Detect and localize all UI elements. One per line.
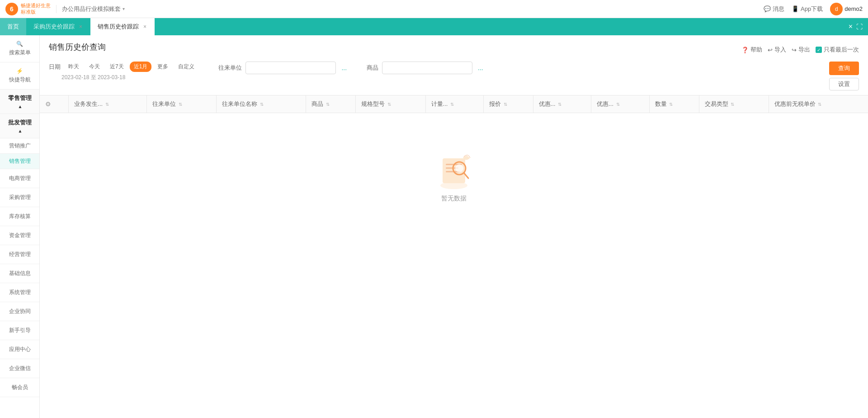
only-last-once-checkbox[interactable]: ✓ 只看最后一次 <box>816 46 859 54</box>
search-menu-label: 搜索菜单 <box>9 49 31 57</box>
sidebar-item-enterprise-wechat[interactable]: 企业微信 <box>0 359 39 378</box>
col-unit[interactable]: 计量... ⇅ <box>425 95 483 113</box>
wholesale-mgmt-label: 批发管理 <box>8 119 32 127</box>
col-spec[interactable]: 规格型号 ⇅ <box>356 95 425 113</box>
help-btn[interactable]: ❓ 帮助 <box>741 46 762 54</box>
col-discount2-label: 优惠... <box>597 100 613 107</box>
top-bar-right: 💬 消息 📱 App下载 d demo2 <box>764 3 863 15</box>
product-filter-group: 商品 ... <box>367 62 483 74</box>
date-btn-last7[interactable]: 近7天 <box>106 62 128 72</box>
col-discount2-sort: ⇅ <box>616 102 620 107</box>
counterpart-input[interactable] <box>245 62 336 74</box>
col-settings[interactable]: ⚙ <box>40 95 69 113</box>
sidebar-item-finance-mgmt[interactable]: 资金管理 <box>0 226 39 245</box>
col-trade-type[interactable]: 交易类型 ⇅ <box>699 95 769 113</box>
col-pre-tax-price-label: 优惠前无税单价 <box>774 100 816 107</box>
date-btn-more[interactable]: 更多 <box>153 62 172 72</box>
tab-home[interactable]: 首页 <box>0 18 26 35</box>
gear-icon[interactable]: ⚙ <box>45 100 51 108</box>
import-btn[interactable]: ↩ 导入 <box>768 46 786 54</box>
sidebar-item-search-menu[interactable]: 🔍 搜索菜单 <box>0 35 39 62</box>
logo-icon: 6 <box>5 3 18 15</box>
tab-sales-close[interactable]: × <box>142 23 147 31</box>
sidebar-item-app-center[interactable]: 应用中心 <box>0 340 39 359</box>
finance-mgmt-label: 资金管理 <box>9 232 31 239</box>
date-btn-custom[interactable]: 自定义 <box>174 62 198 72</box>
svg-point-6 <box>455 164 463 172</box>
col-biz-date[interactable]: 业务发生... ⇅ <box>69 95 147 113</box>
workspace-selector[interactable]: 办公用品行业模拟账套 ▾ <box>56 5 125 13</box>
window-maximize-btn[interactable]: ⛶ <box>856 23 863 30</box>
query-button[interactable]: 查询 <box>829 62 859 75</box>
filter-bar: 日期 昨天 今天 近7天 近1月 更多 自定义 2023-02-18 至 202… <box>49 62 859 90</box>
export-btn[interactable]: ↪ 导出 <box>792 46 810 54</box>
user-area[interactable]: d demo2 <box>830 3 863 15</box>
date-btn-today[interactable]: 今天 <box>85 62 104 72</box>
col-counterpart-name[interactable]: 往来单位名称 ⇅ <box>217 95 306 113</box>
tab-sales-history[interactable]: 销售历史价跟踪 × <box>90 18 155 35</box>
col-counterpart[interactable]: 往来单位 ⇅ <box>146 95 216 113</box>
empty-state-illustration <box>431 149 476 195</box>
message-action[interactable]: 💬 消息 <box>764 5 784 13</box>
sidebar-item-operations-mgmt[interactable]: 经营管理 <box>0 245 39 264</box>
sidebar-item-quick-nav[interactable]: ⚡ 快捷导航 <box>0 62 39 90</box>
wholesale-mgmt-arrow: ▲ <box>18 128 23 133</box>
sales-mgmt-label: 销售管理 <box>9 157 31 165</box>
date-btn-last1m[interactable]: 近1月 <box>130 62 152 72</box>
help-label: 帮助 <box>750 46 762 54</box>
col-pre-tax-price[interactable]: 优惠前无税单价 ⇅ <box>769 95 868 113</box>
sidebar-item-wholesale-mgmt[interactable]: 批发管理 ▲ <box>0 114 39 138</box>
date-buttons: 昨天 今天 近7天 近1月 更多 自定义 <box>64 62 198 72</box>
sidebar-item-enterprise-collab[interactable]: 企业协同 <box>0 302 39 321</box>
sidebar-item-system-settings[interactable]: 系统管理 <box>0 283 39 302</box>
col-discount1[interactable]: 优惠... ⇅ <box>533 95 591 113</box>
sidebar-item-inventory-check[interactable]: 库存核算 <box>0 207 39 226</box>
empty-state-cell: 暂无数据 <box>40 113 868 239</box>
product-input[interactable] <box>382 62 472 74</box>
col-discount2[interactable]: 优惠... ⇅ <box>591 95 649 113</box>
page-header: 销售历史价查询 ❓ 帮助 ↩ 导入 ↪ 导出 ✓ <box>40 35 868 95</box>
col-quote-sort: ⇅ <box>504 102 507 107</box>
logo-text: 畅捷通好生意 标准版 <box>21 3 51 14</box>
sidebar: 🔍 搜索菜单 ⚡ 快捷导航 零售管理 ▲ 批发管理 ▲ 营销推广 销售管理 电商… <box>0 35 40 418</box>
enterprise-wechat-label: 企业微信 <box>9 365 31 372</box>
sidebar-item-purchase-mgmt[interactable]: 采购管理 <box>0 188 39 207</box>
table-header: ⚙ 业务发生... ⇅ 往来单位 ⇅ 往来单位名称 ⇅ <box>40 95 868 113</box>
tab-home-label: 首页 <box>7 23 19 31</box>
col-trade-type-sort: ⇅ <box>731 102 734 107</box>
col-quantity[interactable]: 数量 ⇅ <box>649 95 699 113</box>
col-biz-date-label: 业务发生... <box>74 100 103 107</box>
col-trade-type-label: 交易类型 <box>705 100 728 107</box>
settings-button[interactable]: 设置 <box>829 78 859 90</box>
window-close-btn[interactable]: × <box>849 23 853 31</box>
sidebar-item-sales-mgmt[interactable]: 销售管理 <box>0 154 39 169</box>
tab-sales-history-label: 销售历史价跟踪 <box>98 23 139 31</box>
table-header-row: ⚙ 业务发生... ⇅ 往来单位 ⇅ 往来单位名称 ⇅ <box>40 95 868 113</box>
app-download-action[interactable]: 📱 App下载 <box>792 5 823 13</box>
app-download-label: App下载 <box>801 5 823 13</box>
col-product[interactable]: 商品 ⇅ <box>306 95 356 113</box>
col-discount1-sort: ⇅ <box>558 102 561 107</box>
col-product-label: 商品 <box>311 100 323 107</box>
sidebar-item-retail-mgmt[interactable]: 零售管理 ▲ <box>0 90 39 114</box>
sidebar-item-member-club[interactable]: 畅会员 <box>0 378 39 397</box>
search-menu-icon: 🔍 <box>16 41 23 47</box>
date-btn-yesterday[interactable]: 昨天 <box>64 62 83 72</box>
user-name: demo2 <box>844 5 863 12</box>
sidebar-item-marketing-promo[interactable]: 营销推广 <box>0 138 39 154</box>
counterpart-dots[interactable]: ... <box>341 64 347 71</box>
product-dots[interactable]: ... <box>478 64 483 71</box>
workspace-name: 办公用品行业模拟账套 <box>62 5 121 13</box>
tab-purchase-close[interactable]: × <box>78 23 83 31</box>
sidebar-item-ecommerce-mgmt[interactable]: 电商管理 <box>0 169 39 188</box>
tab-purchase-history-label: 采购历史价跟踪 <box>33 23 75 31</box>
col-counterpart-name-sort: ⇅ <box>260 102 264 107</box>
logo-line2: 标准版 <box>21 9 51 15</box>
col-spec-label: 规格型号 <box>361 100 385 107</box>
col-quote[interactable]: 报价 ⇅ <box>483 95 533 113</box>
sidebar-item-new-guide[interactable]: 新手引导 <box>0 321 39 340</box>
sidebar-item-basic-info[interactable]: 基础信息 <box>0 264 39 283</box>
tab-purchase-history[interactable]: 采购历史价跟踪 × <box>26 18 90 35</box>
member-club-label: 畅会员 <box>12 384 28 391</box>
col-pre-tax-price-sort: ⇅ <box>818 102 821 107</box>
